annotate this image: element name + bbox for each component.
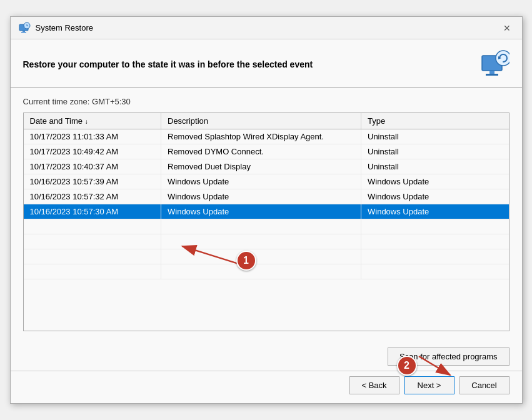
table-header-row: Date and Time Description Type — [24, 113, 509, 129]
cell-description: Removed Splashtop Wired XDisplay Agent. — [161, 129, 361, 144]
table-row[interactable]: 10/16/2023 10:57:30 AMWindows UpdateWind… — [24, 204, 509, 219]
cell-description: Removed DYMO Connect. — [161, 144, 361, 159]
close-button[interactable]: ✕ — [499, 21, 514, 36]
cell-description: Windows Update — [161, 204, 361, 219]
table-row[interactable]: 10/17/2023 10:49:42 AMRemoved DYMO Conne… — [24, 144, 509, 159]
next-button[interactable]: Next > — [404, 376, 454, 394]
header-title: Restore your computer to the state it wa… — [23, 59, 479, 69]
cell-type: Windows Update — [361, 204, 509, 219]
svg-rect-2 — [21, 32, 26, 33]
restore-icon — [479, 49, 509, 79]
title-bar: System Restore ✕ — [11, 17, 522, 39]
cell-type: Windows Update — [361, 174, 509, 189]
cell-datetime: 10/16/2023 10:57:30 AM — [24, 204, 161, 219]
cell-description: Removed Duet Display — [161, 159, 361, 174]
cell-datetime: 10/17/2023 11:01:33 AM — [24, 129, 161, 144]
svg-rect-1 — [23, 31, 25, 32]
content-area: Current time zone: GMT+5:30 Date and Tim… — [11, 88, 522, 340]
back-button[interactable]: < Back — [349, 376, 399, 394]
restore-points-table-container: Date and Time Description Type 10/17/202… — [23, 112, 509, 331]
system-restore-window: System Restore ✕ Restore your computer t… — [10, 16, 523, 404]
cell-description: Windows Update — [161, 189, 361, 204]
col-description: Description — [161, 113, 361, 129]
cell-type: Uninstall — [361, 129, 509, 144]
cancel-button[interactable]: Cancel — [459, 376, 509, 394]
svg-rect-7 — [489, 71, 494, 74]
cell-datetime: 10/17/2023 10:49:42 AM — [24, 144, 161, 159]
table-row[interactable]: 10/16/2023 10:57:32 AMWindows UpdateWind… — [24, 189, 509, 204]
scan-button[interactable]: Scan for affected programs — [388, 348, 509, 366]
timezone-label: Current time zone: GMT+5:30 — [23, 97, 509, 106]
scan-button-row: Scan for affected programs — [11, 340, 522, 371]
table-row-empty — [24, 249, 509, 264]
app-icon — [18, 22, 31, 34]
cell-datetime: 10/16/2023 10:57:32 AM — [24, 189, 161, 204]
title-bar-left: System Restore — [18, 22, 93, 34]
restore-points-table: Date and Time Description Type 10/17/202… — [24, 113, 509, 279]
header-section: Restore your computer to the state it wa… — [11, 39, 522, 88]
table-row-empty — [24, 234, 509, 249]
table-row-empty — [24, 219, 509, 234]
cell-type: Uninstall — [361, 159, 509, 174]
svg-rect-8 — [486, 74, 498, 76]
footer-buttons: 2 < Back Next > Cancel — [11, 371, 522, 403]
table-row[interactable]: 10/17/2023 10:40:37 AMRemoved Duet Displ… — [24, 159, 509, 174]
cell-datetime: 10/16/2023 10:57:39 AM — [24, 174, 161, 189]
cell-type: Windows Update — [361, 189, 509, 204]
table-row[interactable]: 10/17/2023 11:01:33 AMRemoved Splashtop … — [24, 129, 509, 144]
col-datetime: Date and Time — [24, 113, 161, 129]
table-row[interactable]: 10/16/2023 10:57:39 AMWindows UpdateWind… — [24, 174, 509, 189]
cell-description: Windows Update — [161, 174, 361, 189]
table-row-empty — [24, 264, 509, 279]
window-title: System Restore — [36, 23, 93, 32]
cell-datetime: 10/17/2023 10:40:37 AM — [24, 159, 161, 174]
col-type: Type — [361, 113, 509, 129]
cell-type: Uninstall — [361, 144, 509, 159]
